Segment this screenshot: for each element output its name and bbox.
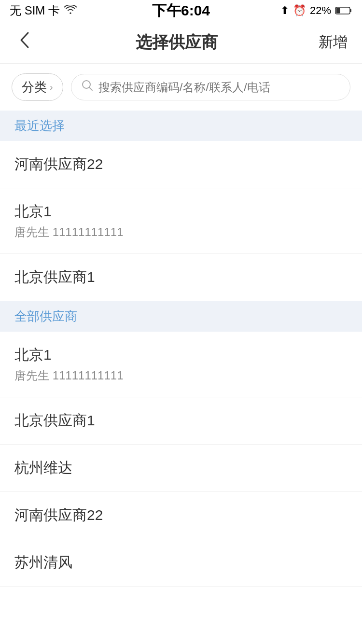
list-item[interactable]: 北京供应商1: [0, 397, 362, 445]
recent-section-header: 最近选择: [0, 111, 362, 141]
list-item[interactable]: 河南供应商22: [0, 141, 362, 188]
list-item[interactable]: 河南供应商22: [0, 492, 362, 539]
filter-bar: 分类 ›: [0, 64, 362, 111]
list-item[interactable]: 北京1 唐先生 11111111111: [0, 188, 362, 254]
search-icon: [81, 79, 94, 95]
add-button[interactable]: 新增: [319, 32, 348, 52]
alarm-icon: ⏰: [293, 4, 306, 17]
all-section-label: 全部供应商: [14, 309, 77, 323]
category-button[interactable]: 分类 ›: [12, 73, 63, 101]
list-item[interactable]: 北京1 唐先生 11111111111: [0, 332, 362, 397]
svg-rect-1: [336, 8, 340, 14]
page-title: 选择供应商: [136, 31, 218, 54]
battery-label: 22%: [310, 4, 331, 17]
carrier-label: 无 SIM 卡: [10, 3, 60, 18]
recent-section-label: 最近选择: [14, 118, 65, 133]
status-left: 无 SIM 卡: [10, 3, 77, 18]
recent-items-list: 河南供应商22 北京1 唐先生 11111111111 北京供应商1: [0, 141, 362, 301]
list-item[interactable]: 北京供应商1: [0, 254, 362, 301]
svg-rect-2: [350, 9, 351, 12]
list-item[interactable]: 苏州清风: [0, 539, 362, 587]
status-right: ⬆ ⏰ 22%: [280, 4, 352, 17]
battery-icon: [335, 6, 352, 15]
all-items-list: 北京1 唐先生 11111111111 北京供应商1 杭州维达 河南供应商22 …: [0, 332, 362, 587]
category-label: 分类: [22, 79, 47, 96]
list-item[interactable]: 杭州维达: [0, 445, 362, 492]
search-box[interactable]: [71, 74, 350, 100]
status-bar: 无 SIM 卡 下午6:04 ⬆ ⏰ 22%: [0, 0, 362, 21]
wifi-icon: [64, 4, 77, 17]
status-time: 下午6:04: [152, 1, 210, 21]
location-icon: ⬆: [280, 4, 289, 17]
chevron-right-icon: ›: [50, 82, 53, 93]
nav-bar: 选择供应商 新增: [0, 21, 362, 64]
back-button[interactable]: [14, 26, 35, 58]
search-input[interactable]: [98, 81, 340, 94]
all-section-header: 全部供应商: [0, 301, 362, 332]
